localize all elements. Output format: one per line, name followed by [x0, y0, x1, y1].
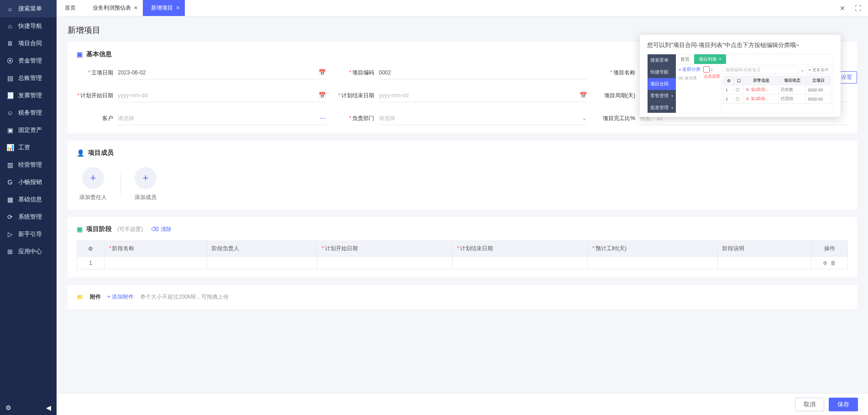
close-icon[interactable]: ✕: [176, 5, 180, 11]
sidebar-item-invoice[interactable]: 🧾发票管理: [0, 87, 57, 104]
code-input[interactable]: [379, 69, 587, 76]
sidebar-item-tax[interactable]: ☺税务管理: [0, 104, 57, 121]
add-row-icon[interactable]: ⊕: [823, 260, 827, 266]
sidebar-item-system[interactable]: ⟳系统管理: [0, 208, 57, 226]
all-category[interactable]: 全部分类: [682, 66, 701, 73]
mini-col-check[interactable]: ☐: [734, 76, 744, 85]
save-button[interactable]: 保存: [829, 398, 858, 411]
section-members: 👤项目成员 +添加责任人 +添加成员: [68, 141, 857, 210]
mini-search-input[interactable]: 搜索编码/名称/备注: [723, 67, 799, 74]
sidebar-label: 新手引导: [18, 230, 42, 238]
mini-col-warn: 异常信息: [744, 76, 779, 85]
mini-col-gear[interactable]: ⚙: [724, 76, 734, 85]
col-end: *计划结束日期: [452, 241, 588, 257]
calendar-icon[interactable]: 📅: [319, 69, 326, 76]
sidebar-item-expense[interactable]: G小畅报销: [0, 173, 57, 191]
mini-side-retail[interactable]: 零售管理▾: [648, 90, 676, 102]
clear-button[interactable]: ⌫清除: [151, 226, 172, 233]
page-title: 新增项目: [68, 25, 857, 36]
sidebar-item-basedata[interactable]: ▦基础信息: [0, 191, 57, 208]
chevron-down-icon[interactable]: ⌄: [582, 115, 587, 121]
mini-sidebar: 搜索菜单 快捷导航 项目合同 零售管理▾ 批发管理▾: [648, 54, 676, 113]
footer-bar: 取消 保存: [57, 393, 868, 415]
add-member-button[interactable]: +: [135, 167, 157, 189]
collapse-icon[interactable]: ◀: [46, 404, 51, 411]
cell-owner[interactable]: [207, 257, 317, 269]
sidebar-item-business[interactable]: ▥经营管理: [0, 156, 57, 173]
sidebar-item-guide[interactable]: ▷新手引导: [0, 226, 57, 243]
col-owner: 阶段负责人: [207, 241, 317, 257]
sidebar-item-salary[interactable]: 📊工资: [0, 139, 57, 156]
row-index: 1: [77, 257, 105, 269]
collapse-icon[interactable]: «: [711, 67, 713, 72]
sidebar-item-search[interactable]: ⌕搜索菜单: [0, 0, 57, 17]
sidebar-item-assets[interactable]: ▣固定资产: [0, 121, 57, 139]
field-label: 项目周期(天): [604, 92, 635, 99]
sidebar-label: 固定资产: [18, 126, 42, 134]
plan-end-input[interactable]: [379, 92, 578, 99]
table-row[interactable]: 1☐⊘ 策1阶段...已生效2022-03: [724, 85, 831, 95]
sidebar-label: 小畅报销: [18, 178, 42, 186]
chevron-down-icon: ▾: [671, 94, 673, 98]
edit-category-icon[interactable]: [703, 66, 710, 73]
ledger-icon: ▤: [6, 74, 14, 82]
sidebar-item-ledger[interactable]: ▤总账管理: [0, 69, 57, 87]
dept-select[interactable]: [379, 115, 580, 121]
invoice-icon: 🧾: [6, 92, 14, 99]
delete-row-icon[interactable]: 🗑: [831, 260, 836, 266]
tab-profit[interactable]: 业务利润预估表✕: [84, 0, 143, 16]
more-icon[interactable]: ⋯: [320, 115, 326, 121]
col-gear[interactable]: ⚙: [77, 241, 105, 257]
phase-hint: (可不设置): [117, 226, 143, 233]
cell-desc[interactable]: [717, 257, 811, 269]
customer-input[interactable]: [118, 115, 318, 121]
search-icon[interactable]: ⌕: [801, 68, 804, 73]
sidebar-item-funds[interactable]: ⦿资金管理: [0, 52, 57, 69]
table-row[interactable]: 1 ⊕ 🗑: [77, 257, 848, 269]
date-input[interactable]: [118, 69, 317, 76]
tab-new-project[interactable]: 新增项目✕: [143, 0, 185, 16]
mini-side-search[interactable]: 搜索菜单: [648, 54, 676, 66]
close-panel-icon[interactable]: ✕: [836, 2, 849, 15]
table-row[interactable]: 2☐⊘ 策1阶段...已完结2022-02: [724, 95, 831, 104]
tab-home[interactable]: 首页: [57, 0, 84, 16]
plan-start-input[interactable]: [118, 92, 317, 99]
more-conditions[interactable]: ▾ 更多条件: [806, 66, 831, 74]
fullscreen-icon[interactable]: ⛶: [852, 2, 864, 15]
mini-side-nav[interactable]: 快捷导航: [648, 66, 676, 78]
cell-end[interactable]: [452, 257, 588, 269]
collapse-icon[interactable]: «: [679, 67, 681, 72]
sidebar-label: 总账管理: [18, 74, 42, 82]
add-owner-button[interactable]: +: [82, 167, 104, 189]
form-icon: ▣: [77, 51, 83, 58]
doc-icon: 🗎: [6, 40, 14, 47]
field-label: 项目完工比%: [603, 115, 635, 121]
guide-icon: ▷: [6, 231, 14, 238]
click-here-label: 点击这里: [704, 74, 720, 79]
calendar-icon[interactable]: 📅: [319, 92, 326, 99]
close-icon[interactable]: ✕: [134, 5, 138, 11]
expense-icon: G: [6, 179, 14, 186]
phase-table: ⚙ *阶段名称 阶段负责人 *计划开始日期 *计划结束日期 *预计工时(天) 阶…: [77, 241, 848, 269]
field-label: 计划开始日期: [80, 92, 113, 99]
sidebar-item-apps[interactable]: ⊞应用中心: [0, 243, 57, 260]
biz-icon: ▥: [6, 161, 14, 168]
settings-gear-icon[interactable]: ⚙: [5, 404, 11, 411]
close-icon[interactable]: ×: [719, 57, 722, 62]
mini-tab-list[interactable]: 项目列表 ×: [694, 54, 726, 64]
base-icon: ▦: [6, 196, 14, 203]
mini-side-contract[interactable]: 项目合同: [648, 78, 676, 90]
cell-name[interactable]: [105, 257, 207, 269]
field-label: 负责部门: [352, 115, 374, 121]
mini-tab-home[interactable]: 首页: [676, 56, 694, 63]
sidebar-item-quicknav[interactable]: ⌂快捷导航: [0, 17, 57, 35]
add-attachment-button[interactable]: + 添加附件: [107, 293, 134, 301]
cell-hours[interactable]: [588, 257, 718, 269]
calendar-icon[interactable]: 📅: [580, 92, 587, 99]
sidebar-item-contract[interactable]: 🗎项目合同: [0, 35, 57, 52]
mini-side-wholesale[interactable]: 批发管理▾: [648, 102, 676, 113]
cell-start[interactable]: [317, 257, 453, 269]
salary-icon: 📊: [6, 144, 14, 151]
cancel-button[interactable]: 取消: [795, 398, 824, 411]
section-title: 附件: [90, 293, 101, 301]
